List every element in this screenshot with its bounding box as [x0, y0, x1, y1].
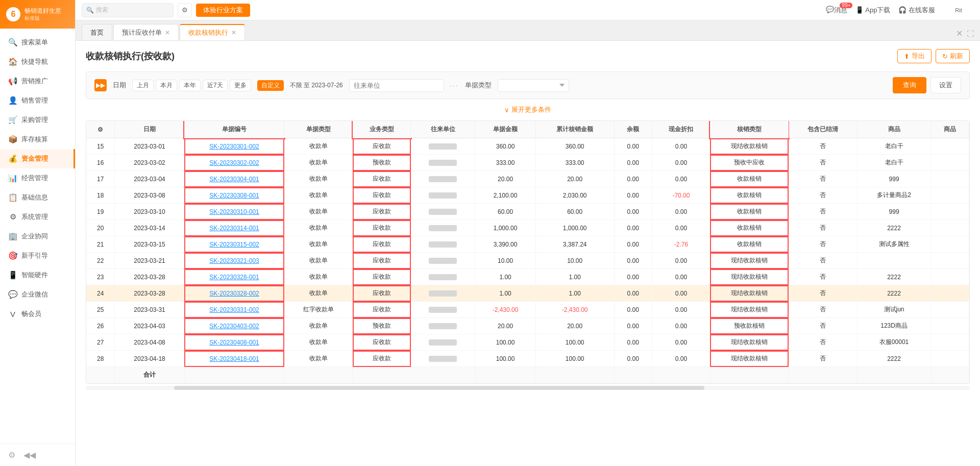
sidebar-item-wechat[interactable]: 💬企业微信 [0, 285, 75, 304]
window-expand-icon[interactable]: ⛶ [967, 30, 974, 38]
sidebar-item-member[interactable]: V畅会员 [0, 304, 75, 324]
settings-gear-btn[interactable]: ⚙ [178, 3, 192, 17]
sidebar-nav: 🔍搜索菜单🏠快捷导航📢营销推广👤销售管理🛒采购管理📦库存核算💰资金管理📊经营管理… [0, 29, 75, 444]
doc-link-r7[interactable]: SK-20230321-003 [209, 257, 259, 264]
cell-r5-c2[interactable]: SK-20230314-001 [184, 220, 284, 236]
date-btn-4[interactable]: 更多 [230, 80, 251, 91]
refresh-button[interactable]: ↻ 刷新 [936, 49, 970, 63]
cell-r11-c2[interactable]: SK-20230403-002 [184, 318, 284, 334]
col-header-1: 日期 [115, 121, 184, 138]
cell-r10-c6: -2,430.00 [475, 302, 536, 318]
sidebar-item-quick-nav[interactable]: 🏠快捷导航 [0, 52, 75, 71]
tab-home[interactable]: 首页 [82, 24, 112, 40]
filter-settings-btn[interactable]: 设置 [930, 77, 961, 93]
date-btn-0[interactable]: 上月 [132, 80, 154, 91]
collapse-icon[interactable]: ◀◀ [23, 450, 36, 460]
cell-r12-c5: ████ [411, 334, 475, 351]
query-button[interactable]: 查询 [893, 77, 926, 93]
cell-r10-c2[interactable]: SK-20230331-002 [184, 302, 284, 318]
sidebar-item-marketing[interactable]: 📢营销推广 [0, 71, 75, 91]
sidebar-item-hardware[interactable]: 📱智能硬件 [0, 265, 75, 285]
doc-link-r1[interactable]: SK-20230302-002 [209, 159, 259, 166]
sidebar-item-sales[interactable]: 👤销售管理 [0, 91, 75, 110]
doc-link-r2[interactable]: SK-20230304-001 [209, 176, 259, 183]
date-btn-3[interactable]: 近7天 [203, 80, 228, 91]
cell-r8-c2[interactable]: SK-20230328-001 [184, 269, 284, 285]
tab-label-collect-cancel: 收款核销执行 [188, 28, 228, 37]
doc-link-r3[interactable]: SK-20230308-001 [209, 192, 259, 199]
cell-r5-c6: 1,000.00 [475, 220, 536, 236]
tab-pre-payment[interactable]: 预计应收付单✕ [113, 24, 179, 40]
date-btn-2[interactable]: 本年 [179, 80, 201, 91]
sidebar-item-operations[interactable]: 📊经营管理 [0, 168, 75, 188]
sidebar-item-guide[interactable]: 🎯新手引导 [0, 246, 75, 265]
cell-r12-c2[interactable]: SK-20230408-001 [184, 334, 284, 351]
cell-r2-c5: ████ [411, 171, 475, 187]
filter-toggle-btn[interactable]: ▶▶ [94, 79, 107, 91]
solution-button[interactable]: 体验行业方案 [196, 4, 250, 17]
footer-cell-4 [353, 367, 411, 383]
topbar-search-box[interactable]: 🔍 搜索 [82, 3, 174, 17]
doc-link-r13[interactable]: SK-20230418-001 [209, 355, 259, 362]
cell-r11-c0: 26 [86, 318, 115, 334]
cell-r6-c2[interactable]: SK-20230315-002 [184, 236, 284, 253]
date-btn-1[interactable]: 本月 [156, 80, 177, 91]
doc-link-r8[interactable]: SK-20230328-001 [209, 274, 259, 281]
app-download-link[interactable]: 📱 App下载 [855, 6, 890, 15]
doc-link-r0[interactable]: SK-20230301-002 [209, 143, 259, 150]
cell-r3-c2[interactable]: SK-20230308-001 [184, 187, 284, 204]
tab-close-pre-payment[interactable]: ✕ [165, 29, 170, 36]
page-content: 收款核销执行(按收款) ⬆ 导出 ↻ 刷新 ▶▶ 日期 上月本月本年近7天更多 … [76, 41, 980, 466]
tab-close-collect-cancel[interactable]: ✕ [231, 29, 236, 36]
tab-collect-cancel[interactable]: 收款核销执行✕ [180, 24, 245, 40]
doc-link-r5[interactable]: SK-20230314-001 [209, 225, 259, 232]
doc-link-r9[interactable]: SK-20230328-002 [209, 290, 259, 297]
sidebar-item-purchase[interactable]: 🛒采购管理 [0, 110, 75, 130]
settings-icon[interactable]: ⚙ [8, 450, 15, 460]
cell-r4-c2[interactable]: SK-20230310-001 [184, 204, 284, 220]
message-badge[interactable]: 💬 消息 99+ [826, 6, 847, 15]
col-header-13: 商品 [931, 121, 969, 138]
cell-r11-c3: 收款单 [284, 318, 353, 334]
cell-r6-c1: 2023-03-15 [115, 236, 184, 253]
cell-r5-c7: 1,000.00 [535, 220, 614, 236]
doc-link-r6[interactable]: SK-20230315-002 [209, 241, 259, 248]
doc-type-label: 单据类型 [465, 81, 492, 90]
doc-link-r4[interactable]: SK-20230310-001 [209, 208, 259, 215]
cell-r12-c12: 衣服00001 [857, 334, 931, 351]
custom-date-btn[interactable]: 自定义 [257, 80, 284, 91]
col-header-12: 商品 [857, 121, 931, 138]
doc-link-r10[interactable]: SK-20230331-002 [209, 306, 259, 313]
page-title-text: 收款核销执行(按收款) [86, 50, 175, 62]
cell-r12-c10: 现结收款核销 [710, 334, 789, 351]
expand-conditions-btn[interactable]: ∨ 展开更多条件 [504, 105, 551, 114]
cell-r0-c2[interactable]: SK-20230301-002 [184, 138, 284, 155]
sidebar-item-basic-info[interactable]: 📋基础信息 [0, 188, 75, 207]
settings-col-icon[interactable]: ⚙ [97, 126, 103, 133]
cell-r1-c2[interactable]: SK-20230302-002 [184, 155, 284, 171]
doc-link-r11[interactable]: SK-20230403-002 [209, 323, 259, 330]
member-icon: V [8, 309, 17, 318]
online-service-link[interactable]: 🎧 在线客服 [898, 6, 935, 15]
cell-r13-c9: 0.00 [652, 351, 710, 367]
cell-r4-c11: 否 [789, 204, 857, 220]
export-button[interactable]: ⬆ 导出 [897, 49, 932, 63]
cell-r7-c2[interactable]: SK-20230321-003 [184, 253, 284, 269]
sidebar-item-enterprise[interactable]: 🏢企业协同 [0, 227, 75, 246]
cell-r9-c2[interactable]: SK-20230328-002 [184, 285, 284, 302]
doc-link-r12[interactable]: SK-20230408-001 [209, 339, 259, 346]
user-avatar[interactable]: Rit [943, 3, 974, 17]
cell-r13-c2[interactable]: SK-20230418-001 [184, 351, 284, 367]
cell-r6-c9: -2.76 [652, 236, 710, 253]
partner-input[interactable] [349, 79, 444, 92]
sidebar-item-finance[interactable]: 💰资金管理 [0, 149, 75, 168]
sidebar-item-inventory[interactable]: 📦库存核算 [0, 130, 75, 149]
doc-type-select[interactable] [498, 79, 569, 92]
cell-r11-c6: 20.00 [475, 318, 536, 334]
cell-r2-c2[interactable]: SK-20230304-001 [184, 171, 284, 187]
operations-icon: 📊 [8, 174, 17, 183]
sidebar-item-search-menu[interactable]: 🔍搜索菜单 [0, 33, 75, 52]
cell-r10-c8: 0.00 [614, 302, 652, 318]
window-close-icon[interactable]: ✕ [956, 29, 963, 38]
sidebar-item-system[interactable]: ⚙系统管理 [0, 207, 75, 227]
